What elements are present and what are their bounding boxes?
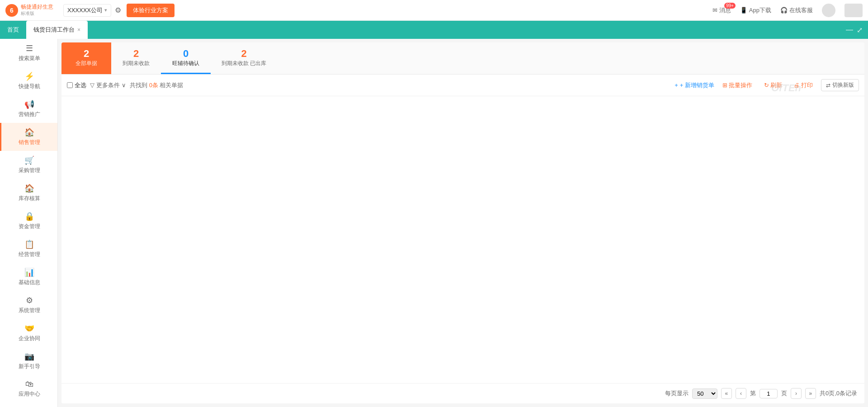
stat-label-overdue: 到期未收款 xyxy=(123,60,150,67)
sidebar-quick-nav-label: 快捷导航 xyxy=(19,83,40,90)
app-download-label: App下载 xyxy=(749,6,771,14)
company-name: XXXXXX公司 xyxy=(67,6,103,14)
sidebar-item-quick-nav[interactable]: ⚡ 快捷导航 xyxy=(0,67,57,95)
sidebar-sales-label: 销售管理 xyxy=(19,139,40,146)
sidebar-item-sales[interactable]: 🏠 销售管理 xyxy=(0,123,57,151)
stat-tab-wangdian[interactable]: 0 旺辅待确认 xyxy=(161,42,211,74)
close-tab-icon[interactable]: × xyxy=(77,27,80,33)
switch-icon: ⇄ xyxy=(826,82,830,89)
switch-label: 切换新版 xyxy=(832,81,854,89)
tab-work-bench[interactable]: 钱货日清工作台 × xyxy=(26,21,88,39)
menu-icon: ☰ xyxy=(26,43,33,53)
stat-tabs: 2 全部单据 2 到期未收款 0 旺辅待确认 2 到期未收款 已出库 xyxy=(61,42,864,75)
avatar[interactable] xyxy=(822,4,835,17)
expand-icon[interactable]: ⤢ xyxy=(857,26,863,34)
stat-count-overdue-unshipped: 2 xyxy=(241,48,247,60)
refresh-label: 刷新 xyxy=(770,81,782,89)
stat-count-overdue: 2 xyxy=(133,48,139,60)
sidebar: ☰ 搜索菜单 ⚡ 快捷导航 📢 营销推广 🏠 销售管理 🛒 采购管理 🏠 库存核… xyxy=(0,39,58,407)
app-center-icon: 🛍 xyxy=(25,379,33,389)
page-number-input[interactable] xyxy=(760,389,778,398)
batch-operation-button[interactable]: ⊞ 批量操作 xyxy=(719,80,756,91)
sidebar-finance-label: 资金管理 xyxy=(19,223,40,230)
found-count: 0条 xyxy=(149,82,158,89)
message-item[interactable]: ✉ 消息 99+ xyxy=(712,6,731,14)
app-logo: 6 xyxy=(5,4,18,17)
first-page-button[interactable]: « xyxy=(721,388,732,399)
sidebar-item-purchase[interactable]: 🛒 采购管理 xyxy=(0,151,57,179)
sidebar-item-wechat[interactable]: 💬 企业微信 xyxy=(0,402,57,407)
sidebar-item-system[interactable]: ⚙ 系统管理 xyxy=(0,291,57,319)
system-icon: ⚙ xyxy=(26,295,33,305)
sidebar-search-label: 搜索菜单 xyxy=(19,55,40,62)
plus-icon: + xyxy=(675,82,678,89)
table-area xyxy=(61,96,864,383)
sidebar-item-search[interactable]: ☰ 搜索菜单 xyxy=(0,39,57,67)
operations-icon: 📋 xyxy=(24,239,34,249)
sidebar-item-finance[interactable]: 🔒 资金管理 xyxy=(0,207,57,235)
app-download-item[interactable]: 📱 App下载 xyxy=(740,6,771,14)
sidebar-app-center-label: 应用中心 xyxy=(19,390,40,398)
minimize-icon[interactable]: — xyxy=(846,26,853,34)
new-btn-label: + 新增销货单 xyxy=(680,81,714,89)
refresh-button[interactable]: ↻ 刷新 xyxy=(760,80,786,91)
print-icon: 🖨 xyxy=(794,82,800,89)
app-download-icon: 📱 xyxy=(740,7,747,14)
sidebar-item-cooperation[interactable]: 🤝 企业协同 xyxy=(0,319,57,347)
toolbar: 全选 ▽ 更多条件 ∨ 共找到 0条 相关单据 + xyxy=(61,75,864,96)
settings-icon[interactable]: ⚙ xyxy=(115,6,121,14)
select-all-checkbox[interactable]: 全选 xyxy=(67,81,86,89)
per-page-label: 每页显示 xyxy=(665,389,689,398)
sidebar-item-marketing[interactable]: 📢 营销推广 xyxy=(0,95,57,123)
stat-tab-all[interactable]: 2 全部单据 xyxy=(61,42,111,74)
trial-button[interactable]: 体验行业方案 xyxy=(127,4,175,17)
user-menu[interactable] xyxy=(844,4,863,17)
per-page-select[interactable]: 50 20 100 xyxy=(692,388,717,399)
filter-arrow-icon: ∨ xyxy=(122,82,126,89)
filter-icon: ▽ xyxy=(90,82,94,89)
select-all-input[interactable] xyxy=(67,82,73,88)
batch-icon: ⊞ xyxy=(722,82,727,89)
print-label: 打印 xyxy=(801,81,813,89)
sidebar-item-app-center[interactable]: 🛍 应用中心 xyxy=(0,375,57,402)
base-info-icon: 📊 xyxy=(24,267,34,277)
sidebar-item-operations[interactable]: 📋 经营管理 xyxy=(0,235,57,263)
print-button[interactable]: 🖨 打印 xyxy=(790,80,816,91)
filter-label: 更多条件 xyxy=(96,81,120,89)
found-suffix: 相关单据 xyxy=(160,82,183,89)
sidebar-guide-label: 新手引导 xyxy=(19,363,40,370)
inventory-icon: 🏠 xyxy=(24,183,34,193)
switch-new-version-button[interactable]: ⇄ 切换新版 xyxy=(821,79,859,91)
found-text: 共找到 0条 相关单据 xyxy=(130,81,183,89)
purchase-icon: 🛒 xyxy=(24,155,34,165)
next-page-button[interactable]: › xyxy=(791,388,802,399)
work-bench-tab-label: 钱货日清工作台 xyxy=(33,26,75,34)
pagination: 每页显示 50 20 100 « ‹ 第 页 › » 共0页,0条记录 xyxy=(61,383,864,403)
online-service-item[interactable]: 🎧 在线客服 xyxy=(780,6,813,14)
sidebar-item-base-info[interactable]: 📊 基础信息 xyxy=(0,263,57,291)
stat-tab-overdue-unshipped[interactable]: 2 到期未收款 已出库 xyxy=(211,42,277,74)
stat-tab-overdue[interactable]: 2 到期未收款 xyxy=(111,42,161,74)
filter-button[interactable]: ▽ 更多条件 ∨ xyxy=(90,81,126,89)
app-version: 标准版 xyxy=(21,10,53,17)
new-order-button[interactable]: + + 新增销货单 xyxy=(675,81,714,89)
toolbar-left: 全选 ▽ 更多条件 ∨ 共找到 0条 相关单据 xyxy=(67,81,183,89)
online-service-label: 在线客服 xyxy=(789,6,813,14)
sidebar-inventory-label: 库存核算 xyxy=(19,195,40,202)
sidebar-base-info-label: 基础信息 xyxy=(19,279,40,286)
nav-tabs: 首页 钱货日清工作台 × — ⤢ xyxy=(0,21,868,39)
top-header: 6 畅捷通好生意 标准版 XXXXXX公司 ▾ ⚙ 体验行业方案 ✉ 消息 99… xyxy=(0,0,868,21)
stat-count-wangdian: 0 xyxy=(183,48,189,60)
prev-page-button[interactable]: ‹ xyxy=(736,388,746,399)
toolbar-right: + + 新增销货单 ⊞ 批量操作 ↻ 刷新 🖨 打印 xyxy=(675,79,859,91)
sidebar-item-guide[interactable]: 📷 新手引导 xyxy=(0,347,57,375)
tab-home[interactable]: 首页 xyxy=(0,21,26,39)
logo-area: 6 畅捷通好生意 标准版 xyxy=(5,4,63,17)
company-selector[interactable]: XXXXXX公司 ▾ xyxy=(63,4,111,17)
last-page-button[interactable]: » xyxy=(805,388,816,399)
sidebar-item-inventory[interactable]: 🏠 库存核算 xyxy=(0,179,57,207)
message-icon: ✉ xyxy=(712,7,717,14)
tab-actions: — ⤢ xyxy=(846,26,868,34)
page-suffix-label: 页 xyxy=(781,389,787,398)
sidebar-marketing-label: 营销推广 xyxy=(19,111,40,118)
